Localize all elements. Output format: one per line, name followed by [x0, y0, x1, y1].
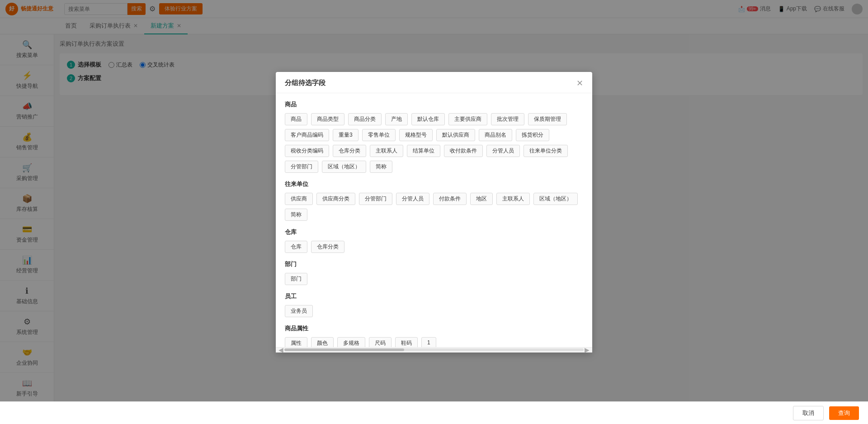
- field-tag-区域（地区）[interactable]: 区域（地区）: [533, 193, 578, 205]
- field-tag-结算单位[interactable]: 结算单位: [407, 145, 440, 157]
- field-tag-分管人员[interactable]: 分管人员: [486, 145, 520, 157]
- section-department: 部门 部门: [285, 260, 583, 285]
- scroll-right-arrow[interactable]: ▶: [584, 346, 590, 353]
- field-tag-分管人员[interactable]: 分管人员: [396, 193, 429, 205]
- department-field-tags: 部门: [285, 273, 583, 285]
- field-tag-区域（地区）[interactable]: 区域（地区）: [322, 161, 366, 173]
- field-tag-规格型号[interactable]: 规格型号: [399, 129, 433, 141]
- hscroll-thumb: [284, 348, 404, 351]
- section-department-title: 部门: [285, 260, 583, 268]
- section-product: 商品 商品商品类型商品分类产地默认仓库主要供应商批次管理保质期管理客户商品编码重…: [285, 100, 583, 173]
- field-tag-属性[interactable]: 属性: [285, 337, 307, 347]
- modal-horizontal-scrollbar[interactable]: ◀ ▶: [276, 347, 592, 353]
- field-tag-分管部门[interactable]: 分管部门: [285, 161, 318, 173]
- field-tag-仓库分类[interactable]: 仓库分类: [333, 145, 366, 157]
- field-tag-颜色[interactable]: 颜色: [311, 337, 334, 347]
- field-tag-供应商[interactable]: 供应商: [285, 193, 313, 205]
- field-tag-业务员[interactable]: 业务员: [285, 305, 313, 317]
- warehouse-field-tags: 仓库仓库分类: [285, 241, 583, 253]
- modal-close-button[interactable]: ✕: [576, 78, 583, 88]
- scroll-left-arrow[interactable]: ◀: [278, 346, 284, 353]
- field-tag-简称[interactable]: 简称: [370, 161, 392, 173]
- product-attr-field-tags: 属性颜色多规格尺码鞋码1: [285, 337, 583, 347]
- section-partner-title: 往来单位: [285, 180, 583, 188]
- modal-title: 分组待选字段: [285, 79, 326, 87]
- field-tag-商品分类[interactable]: 商品分类: [348, 113, 382, 125]
- modal: 分组待选字段 ✕ 商品 商品商品类型商品分类产地默认仓库主要供应商批次管理保质期…: [276, 72, 592, 353]
- field-tag-仓库[interactable]: 仓库: [285, 241, 307, 253]
- section-employee-title: 员工: [285, 292, 583, 300]
- field-tag-商品[interactable]: 商品: [285, 113, 307, 125]
- employee-field-tags: 业务员: [285, 305, 583, 317]
- field-tag-简称[interactable]: 简称: [285, 209, 307, 221]
- field-tag-多规格[interactable]: 多规格: [337, 337, 365, 347]
- field-tag-1[interactable]: 1: [421, 337, 436, 347]
- field-tag-鞋码[interactable]: 鞋码: [395, 337, 418, 347]
- product-field-tags: 商品商品类型商品分类产地默认仓库主要供应商批次管理保质期管理客户商品编码重量3零…: [285, 113, 583, 173]
- section-product-attr-title: 商品属性: [285, 324, 583, 333]
- field-tag-商品别名[interactable]: 商品别名: [479, 129, 512, 141]
- section-partner: 往来单位 供应商供应商分类分管部门分管人员付款条件地区主联系人区域（地区）简称: [285, 180, 583, 221]
- section-warehouse-title: 仓库: [285, 228, 583, 236]
- field-tag-地区[interactable]: 地区: [470, 193, 493, 205]
- section-employee: 员工 业务员: [285, 292, 583, 317]
- modal-body[interactable]: 商品 商品商品类型商品分类产地默认仓库主要供应商批次管理保质期管理客户商品编码重…: [276, 93, 592, 347]
- field-tag-仓库分类[interactable]: 仓库分类: [311, 241, 344, 253]
- confirm-button[interactable]: 查询: [829, 406, 859, 420]
- field-tag-批次管理[interactable]: 批次管理: [491, 113, 524, 125]
- partner-field-tags: 供应商供应商分类分管部门分管人员付款条件地区主联系人区域（地区）简称: [285, 193, 583, 221]
- field-tag-默认供应商[interactable]: 默认供应商: [436, 129, 475, 141]
- field-tag-主联系人[interactable]: 主联系人: [370, 145, 403, 157]
- field-tag-分管部门[interactable]: 分管部门: [359, 193, 392, 205]
- field-tag-零售单位[interactable]: 零售单位: [362, 129, 396, 141]
- field-tag-部门[interactable]: 部门: [285, 273, 307, 285]
- field-tag-收付款条件[interactable]: 收付款条件: [444, 145, 483, 157]
- field-tag-拣货积分[interactable]: 拣货积分: [516, 129, 549, 141]
- field-tag-保质期管理[interactable]: 保质期管理: [528, 113, 567, 125]
- field-tag-付款条件[interactable]: 付款条件: [433, 193, 467, 205]
- field-tag-客户商品编码[interactable]: 客户商品编码: [285, 129, 329, 141]
- field-tag-主要供应商[interactable]: 主要供应商: [448, 113, 487, 125]
- field-tag-产地[interactable]: 产地: [385, 113, 408, 125]
- field-tag-往来单位分类[interactable]: 往来单位分类: [524, 145, 568, 157]
- field-tag-重量3[interactable]: 重量3: [333, 129, 359, 141]
- modal-header: 分组待选字段 ✕: [276, 72, 592, 93]
- section-product-title: 商品: [285, 100, 583, 109]
- section-warehouse: 仓库 仓库仓库分类: [285, 228, 583, 253]
- hscroll-track: [284, 348, 584, 351]
- field-tag-供应商分类[interactable]: 供应商分类: [316, 193, 355, 205]
- field-tag-商品类型[interactable]: 商品类型: [311, 113, 344, 125]
- field-tag-默认仓库[interactable]: 默认仓库: [411, 113, 445, 125]
- cancel-button[interactable]: 取消: [793, 406, 824, 420]
- field-tag-尺码[interactable]: 尺码: [369, 337, 392, 347]
- field-tag-主联系人[interactable]: 主联系人: [496, 193, 530, 205]
- modal-overlay: 分组待选字段 ✕ 商品 商品商品类型商品分类产地默认仓库主要供应商批次管理保质期…: [0, 0, 868, 424]
- bottom-bar: 取消 查询: [0, 401, 868, 424]
- field-tag-税收分类编码[interactable]: 税收分类编码: [285, 145, 329, 157]
- section-product-attr: 商品属性 属性颜色多规格尺码鞋码1: [285, 324, 583, 347]
